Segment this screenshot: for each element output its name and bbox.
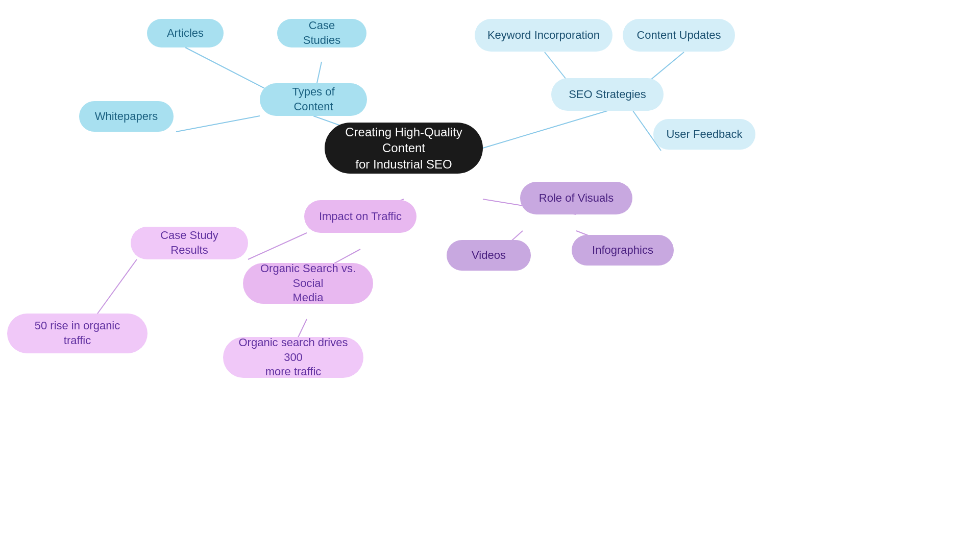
organic-vs-social-node: Organic Search vs. SocialMedia bbox=[243, 263, 373, 304]
svg-line-4 bbox=[483, 111, 607, 148]
role-of-visuals-node: Role of Visuals bbox=[520, 182, 632, 214]
content-updates-node: Content Updates bbox=[623, 19, 735, 52]
svg-line-3 bbox=[176, 116, 260, 132]
articles-node: Articles bbox=[147, 19, 224, 47]
whitepapers-node: Whitepapers bbox=[79, 101, 174, 132]
case-study-results-node: Case Study Results bbox=[131, 227, 248, 259]
organic-drives-node: Organic search drives 300more traffic bbox=[223, 337, 363, 378]
case-studies-node: Case Studies bbox=[277, 19, 366, 47]
videos-node: Videos bbox=[447, 240, 531, 271]
keyword-incorporation-node: Keyword Incorporation bbox=[475, 19, 612, 52]
rise-in-organic-node: 50 rise in organic traffic bbox=[7, 314, 148, 353]
svg-line-9 bbox=[248, 233, 307, 259]
types-of-content-node: Types of Content bbox=[260, 83, 367, 116]
center-node: Creating High-Quality Contentfor Industr… bbox=[325, 123, 483, 174]
seo-strategies-node: SEO Strategies bbox=[551, 78, 664, 111]
user-feedback-node: User Feedback bbox=[653, 119, 755, 150]
impact-on-traffic-node: Impact on Traffic bbox=[304, 200, 416, 233]
infographics-node: Infographics bbox=[572, 235, 674, 266]
